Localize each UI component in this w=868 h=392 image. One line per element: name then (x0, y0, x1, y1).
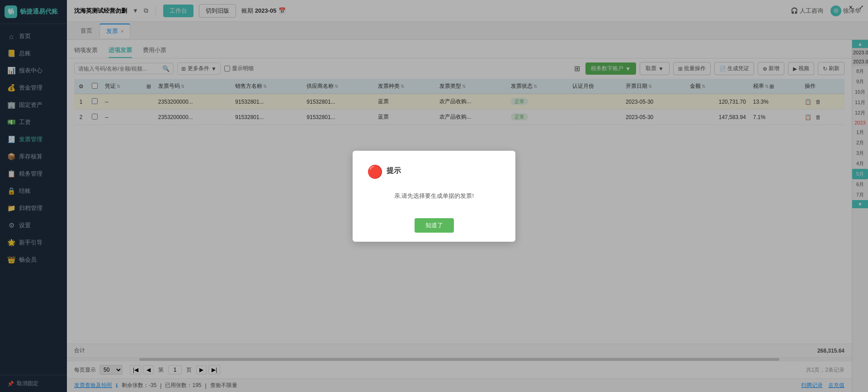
modal-footer: 知道了 (353, 213, 515, 242)
modal-message: 亲,请先选择要生成单据的发票! (367, 192, 501, 200)
modal-overlay[interactable]: 🔴 提示 亲,请先选择要生成单据的发票! 知道了 (0, 0, 868, 392)
modal-header-row: 🔴 提示 (367, 164, 501, 185)
modal-dialog: 🔴 提示 亲,请先选择要生成单据的发票! 知道了 (353, 151, 515, 242)
modal-title: 提示 (387, 166, 401, 176)
modal-confirm-button[interactable]: 知道了 (415, 218, 454, 233)
modal-warning-icon: 🔴 (367, 164, 383, 179)
modal-body: 🔴 提示 亲,请先选择要生成单据的发票! (353, 151, 515, 213)
